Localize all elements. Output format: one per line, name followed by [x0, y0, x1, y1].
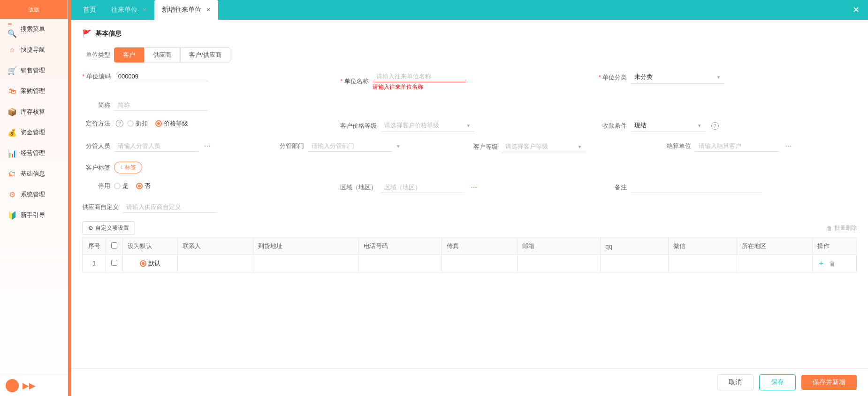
- unit-category-value: 未分类: [634, 73, 716, 81]
- avatar: [6, 379, 19, 392]
- cell-contact: [177, 255, 253, 272]
- tab-partners-close[interactable]: ✕: [142, 7, 147, 13]
- col-address: 到货地址: [253, 238, 358, 255]
- save-and-new-button[interactable]: 保存并新增: [801, 375, 857, 390]
- remark-input[interactable]: [631, 182, 762, 193]
- email-input[interactable]: [522, 260, 564, 267]
- delete-row-button[interactable]: 🗑: [829, 260, 835, 267]
- box-icon: 📦: [8, 107, 17, 116]
- money-icon: 💰: [8, 128, 17, 137]
- batch-delete-btn[interactable]: 🗑 批量删除: [827, 224, 857, 232]
- sidebar-item-finance[interactable]: 💰 资金管理: [0, 122, 68, 143]
- col-fax: 传真: [442, 238, 517, 255]
- region-input[interactable]: [381, 182, 465, 193]
- default-radio[interactable]: 默认: [128, 259, 173, 268]
- dept-input[interactable]: [308, 140, 392, 152]
- sidebar-item-sales[interactable]: 🛒 销售管理: [0, 60, 68, 81]
- col-email: 邮箱: [518, 238, 601, 255]
- sidebar-item-label: 系统管理: [21, 190, 45, 199]
- sidebar-item-operation[interactable]: 📊 经营管理: [0, 143, 68, 163]
- customer-level-label: 客户等级: [470, 143, 498, 151]
- disabled-row: 停用 是 否 区域（地区） ··· 备注: [82, 182, 857, 193]
- customer-level-select[interactable]: 请选择客户等级 ▼: [502, 140, 586, 153]
- payment-terms-label: 收款条件: [599, 122, 627, 130]
- unit-category-select[interactable]: 未分类 ▼: [631, 71, 724, 84]
- sidebar-item-system[interactable]: ⚙ 系统管理: [0, 184, 68, 205]
- radio-disabled-no[interactable]: 否: [136, 182, 151, 190]
- cell-default: 默认: [123, 255, 178, 272]
- type-btn-customer[interactable]: 客户: [114, 47, 144, 62]
- short-name-input[interactable]: [114, 100, 208, 111]
- phone-input[interactable]: [364, 260, 406, 267]
- unit-name-input[interactable]: [373, 71, 466, 82]
- sidebar-item-base-info[interactable]: 🗂 基础信息: [0, 163, 68, 184]
- disabled-radio-group: 是 否: [114, 182, 151, 190]
- pricing-help-icon[interactable]: ?: [116, 120, 123, 127]
- qq-input[interactable]: [605, 260, 638, 267]
- manager-input[interactable]: [114, 140, 198, 152]
- tab-home-label: 首页: [83, 6, 96, 14]
- radio-discount[interactable]: 折扣: [127, 119, 148, 128]
- settlement-more-icon[interactable]: ···: [783, 142, 793, 150]
- radio-disabled-yes[interactable]: 是: [114, 182, 129, 190]
- radio-discount-label: 折扣: [136, 119, 148, 128]
- tag-label: 客户标签: [82, 163, 110, 172]
- dept-dropdown-icon[interactable]: ▼: [396, 144, 401, 149]
- cell-qq: [601, 255, 669, 272]
- fax-input[interactable]: [447, 260, 484, 267]
- customer-price-select[interactable]: 请选择客户价格等级 ▼: [381, 119, 474, 132]
- cell-checkbox: [106, 255, 123, 272]
- type-btn-both[interactable]: 客户/供应商: [180, 47, 230, 62]
- col-area: 所在地区: [737, 238, 812, 255]
- address-input[interactable]: [258, 260, 314, 267]
- tab-new-partner[interactable]: 新增往来单位 ✕: [154, 0, 218, 20]
- sidebar-item-guide[interactable]: 🔰 新手引导: [0, 205, 68, 225]
- unit-name-error: 请输入往来单位名称: [373, 83, 466, 91]
- settlement-unit-input[interactable]: [695, 140, 779, 152]
- tab-new-partner-close[interactable]: ✕: [206, 7, 211, 13]
- contacts-table: 序号 设为默认 联系人 到货地址 电话号码 传真 邮箱 qq 微信 所在地区: [82, 238, 857, 272]
- add-row-button[interactable]: ＋: [817, 258, 825, 268]
- cancel-button[interactable]: 取消: [717, 374, 754, 390]
- sidebar-item-quick-nav[interactable]: ⌂ 快捷导航: [0, 39, 68, 60]
- manager-more-icon[interactable]: ···: [202, 142, 212, 150]
- cell-address: [253, 255, 358, 272]
- short-name-group: 简称: [82, 100, 857, 111]
- radio-price-level[interactable]: 价格等级: [155, 119, 188, 128]
- sidebar-item-inventory[interactable]: 📦 库存核算: [0, 101, 68, 122]
- tab-home[interactable]: 首页: [76, 0, 104, 20]
- cell-action: ＋ 🗑: [812, 255, 856, 272]
- payment-terms-select[interactable]: 现结 ▼: [631, 119, 706, 132]
- customer-level-placeholder: 请选择客户等级: [505, 142, 578, 151]
- supplier-custom-row: 供应商自定义: [82, 202, 857, 213]
- radio-yes-circle: [114, 183, 121, 189]
- type-btn-supplier[interactable]: 供应商: [144, 47, 180, 62]
- trash-icon: 🗑: [827, 225, 832, 232]
- batch-delete-label: 批量删除: [834, 224, 857, 232]
- customer-price-placeholder: 请选择客户价格等级: [384, 121, 466, 130]
- sidebar-item-search[interactable]: ≡🔍 搜索菜单: [0, 19, 68, 39]
- tab-partners[interactable]: 往来单位 ✕: [104, 0, 154, 20]
- custom-settings-button[interactable]: ⚙ 自定义项设置: [82, 221, 135, 235]
- save-button[interactable]: 保存: [759, 374, 796, 390]
- tag-row: 客户标签 + 标签: [82, 162, 857, 173]
- chart-icon: 📊: [8, 148, 17, 158]
- row-checkbox[interactable]: [111, 260, 117, 266]
- supplier-custom-input[interactable]: [122, 202, 216, 213]
- contact-input[interactable]: [183, 260, 220, 267]
- add-tag-button[interactable]: + 标签: [114, 162, 142, 173]
- sidebar-item-purchase[interactable]: 🛍 采购管理: [0, 81, 68, 101]
- table-toolbar: ⚙ 自定义项设置 🗑 批量删除: [82, 221, 857, 235]
- window-close-button[interactable]: ✕: [849, 5, 863, 15]
- search-icon: ≡🔍: [8, 24, 17, 34]
- select-all-checkbox[interactable]: [111, 242, 117, 248]
- wechat-input[interactable]: [673, 260, 706, 267]
- area-input[interactable]: [742, 260, 779, 267]
- sidebar-expand-icon[interactable]: ▶▶: [23, 380, 36, 391]
- region-more-icon[interactable]: ···: [469, 183, 479, 192]
- unit-code-input[interactable]: [114, 71, 208, 82]
- payment-help-icon[interactable]: ?: [711, 122, 719, 130]
- pricing-method-group: 定价方法 ? 折扣 价格等级: [82, 119, 340, 128]
- payment-terms-value: 现结: [634, 121, 697, 130]
- cart-icon: 🛒: [8, 66, 17, 75]
